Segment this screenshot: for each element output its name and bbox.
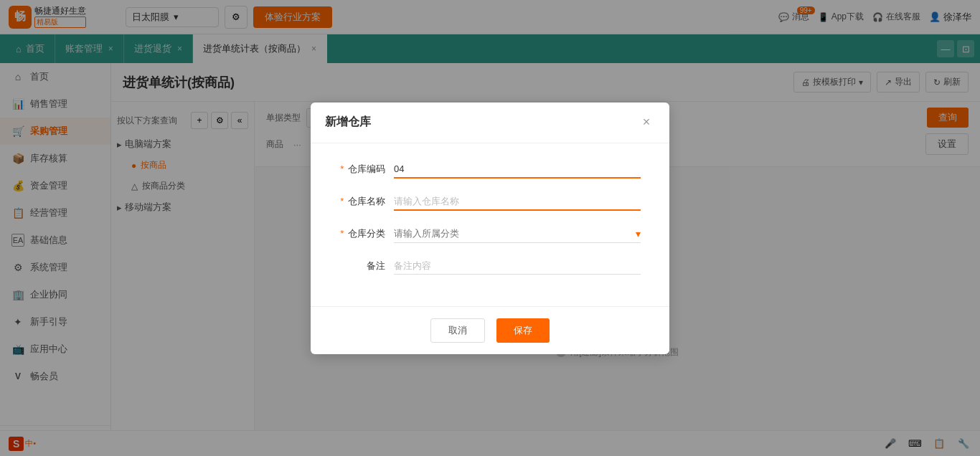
- name-input[interactable]: [394, 193, 641, 211]
- modal-body: * 仓库编码 * 仓库名称 * 仓库分类: [311, 143, 669, 306]
- category-select-wrapper[interactable]: ▾: [394, 225, 641, 243]
- remark-label: 备注: [339, 260, 385, 272]
- form-row-name: * 仓库名称: [339, 193, 641, 211]
- modal-header: 新增仓库 ×: [311, 103, 669, 143]
- modal-close-button[interactable]: ×: [638, 114, 655, 131]
- form-row-code: * 仓库编码: [339, 161, 641, 179]
- modal-title: 新增仓库: [325, 115, 371, 130]
- category-arrow-icon: ▾: [636, 228, 641, 239]
- new-warehouse-modal: 新增仓库 × * 仓库编码 * 仓库名称: [311, 103, 669, 354]
- modal-overlay: 新增仓库 × * 仓库编码 * 仓库名称: [0, 0, 980, 456]
- name-label: * 仓库名称: [339, 195, 385, 208]
- cancel-button[interactable]: 取消: [430, 318, 485, 343]
- save-button[interactable]: 保存: [496, 318, 550, 343]
- remark-input[interactable]: [394, 257, 641, 275]
- category-input[interactable]: [394, 228, 636, 239]
- code-input[interactable]: [394, 161, 641, 179]
- form-row-remark: 备注: [339, 257, 641, 275]
- modal-footer: 取消 保存: [311, 306, 669, 354]
- form-row-category: * 仓库分类 ▾: [339, 225, 641, 243]
- code-label: * 仓库编码: [339, 163, 385, 176]
- category-label: * 仓库分类: [339, 227, 385, 240]
